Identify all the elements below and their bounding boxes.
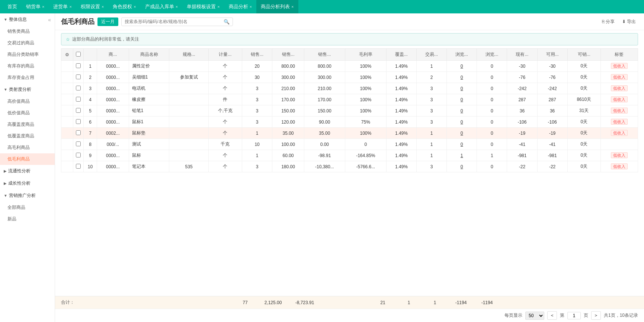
sidebar-item-high-value[interactable]: 高价值商品 — [0, 96, 55, 107]
nav-roles[interactable]: 角色授权 × — [108, 0, 140, 13]
col-header-browse1[interactable]: 浏览... — [447, 49, 477, 61]
sidebar-group-growth[interactable]: ▶ 成长性分析 — [0, 177, 55, 189]
nav-sales[interactable]: 销货单 × — [22, 0, 49, 13]
col-header-name[interactable]: 商品名称 — [129, 49, 169, 61]
col-header-available[interactable]: 可用... — [537, 49, 567, 61]
row-checkbox[interactable] — [76, 97, 81, 102]
row-checkbox[interactable] — [76, 119, 81, 124]
cell-browse1[interactable]: 0 — [447, 117, 477, 128]
col-header-trade[interactable]: 交易... — [417, 49, 447, 61]
browse1-link[interactable]: 0 — [461, 131, 463, 136]
page-input[interactable] — [567, 312, 581, 319]
col-header-browse2[interactable]: 浏览... — [477, 49, 507, 61]
nav-goods-analysis-close[interactable]: × — [250, 4, 252, 9]
sidebar-item-low-coverage[interactable]: 低覆盖度商品 — [0, 130, 55, 142]
browse1-link[interactable]: 0 — [461, 142, 463, 147]
cell-check[interactable] — [73, 72, 84, 83]
sidebar-item-sales-goods[interactable]: 销售类商品 — [0, 26, 55, 37]
export-button[interactable]: ⬇ 导出 — [620, 17, 638, 26]
browse1-link[interactable]: 0 — [461, 64, 463, 69]
row-checkbox[interactable] — [76, 74, 81, 79]
nav-products-close[interactable]: × — [176, 4, 178, 9]
sidebar-group-marketing[interactable]: ▼ 营销推广分析 — [0, 189, 55, 202]
nav-purchase-close[interactable]: × — [69, 4, 71, 9]
prev-page-button[interactable]: ＜ — [547, 311, 557, 320]
sidebar-item-category-rate[interactable]: 商品分类助销率 — [0, 49, 55, 60]
browse1-link[interactable]: 0 — [461, 86, 463, 91]
nav-sales-close[interactable]: × — [42, 4, 44, 9]
sidebar-item-high-coverage[interactable]: 高覆盖度商品 — [0, 119, 55, 130]
nav-permissions-close[interactable]: × — [102, 4, 104, 9]
row-checkbox[interactable] — [76, 130, 81, 135]
nav-templates[interactable]: 单据模板设置 × — [182, 0, 224, 13]
per-page-select[interactable]: 50 100 200 — [525, 312, 544, 320]
next-page-button[interactable]: ＞ — [591, 311, 601, 320]
row-checkbox[interactable] — [76, 86, 81, 90]
sidebar-item-high-margin[interactable]: 高毛利商品 — [0, 142, 55, 153]
sidebar-item-new-goods[interactable]: 新品 — [0, 213, 55, 225]
sidebar-group-circulation[interactable]: ▶ 流通性分析 — [0, 165, 55, 177]
sidebar-item-low-margin[interactable]: 低毛利商品 — [0, 153, 55, 165]
cell-browse1[interactable]: 0 — [447, 139, 477, 150]
col-header-current[interactable]: 现有... — [507, 49, 537, 61]
col-header-spec[interactable]: 规格... — [169, 49, 208, 61]
nav-goods-analysis[interactable]: 商品分析 × — [224, 0, 256, 13]
nav-purchase[interactable]: 进货单 × — [49, 0, 76, 13]
share-button[interactable]: ⎘ 分享 — [600, 17, 617, 26]
col-header-sales-qty[interactable]: 销售... — [242, 49, 272, 61]
search-input[interactable] — [125, 19, 224, 24]
cell-check[interactable] — [73, 139, 84, 150]
cell-browse1[interactable]: 1 — [447, 150, 477, 161]
cell-check[interactable] — [73, 128, 84, 139]
sidebar-item-traded-goods[interactable]: 交易过的商品 — [0, 37, 55, 49]
browse1-link[interactable]: 0 — [461, 97, 463, 102]
nav-permissions[interactable]: 权限设置 × — [76, 0, 108, 13]
col-header-tag[interactable]: 标签 — [600, 49, 638, 61]
browse1-link[interactable]: 0 — [461, 75, 463, 80]
browse1-link[interactable]: 0 — [461, 119, 463, 125]
row-checkbox[interactable] — [76, 108, 81, 113]
nav-home[interactable]: 首页 — [3, 0, 22, 13]
nav-roles-close[interactable]: × — [134, 4, 136, 9]
sidebar-group-category-analysis[interactable]: ▼ 类射度分析 — [0, 83, 55, 96]
cell-browse1[interactable]: 0 — [447, 83, 477, 94]
select-all-checkbox[interactable] — [76, 52, 81, 57]
sidebar-item-stock-capital[interactable]: 库存资金占用 — [0, 72, 55, 83]
cell-browse1[interactable]: 0 — [447, 105, 477, 117]
col-header-sales-price[interactable]: 销售... — [272, 49, 304, 61]
cell-check[interactable] — [73, 150, 84, 161]
col-header-unit[interactable]: 计量... — [208, 49, 242, 61]
sidebar-item-stock-goods[interactable]: 有库存的商品 — [0, 60, 55, 72]
sidebar-group-overall[interactable]: ▼ 整体信息 « — [0, 13, 55, 26]
col-header-check[interactable] — [73, 49, 84, 61]
cell-browse1[interactable]: 0 — [447, 94, 477, 105]
row-checkbox[interactable] — [76, 164, 81, 169]
cell-browse1[interactable]: 0 — [447, 161, 477, 172]
sidebar-item-all-goods[interactable]: 全部商品 — [0, 202, 55, 213]
nav-products[interactable]: 产成品入库单 × — [141, 0, 182, 13]
cell-browse1[interactable]: 0 — [447, 72, 477, 83]
cell-check[interactable] — [73, 117, 84, 128]
cell-check[interactable] — [73, 161, 84, 172]
browse1-link[interactable]: 0 — [461, 164, 463, 169]
col-header-gross-rate[interactable]: 毛利率 — [345, 49, 386, 61]
collapse-icon[interactable]: « — [48, 17, 51, 23]
cell-check[interactable] — [73, 105, 84, 117]
col-header-sales-profit[interactable]: 销售... — [304, 49, 345, 61]
cell-browse1[interactable]: 0 — [447, 61, 477, 72]
nav-goods-analysis-list-close[interactable]: × — [291, 4, 294, 9]
col-header-cover-rate[interactable]: 覆盖... — [386, 49, 416, 61]
cell-browse1[interactable]: 0 — [447, 128, 477, 139]
nav-goods-analysis-list[interactable]: 商品分析列表 × — [256, 0, 298, 13]
browse1-link[interactable]: 0 — [461, 108, 463, 114]
nav-templates-close[interactable]: × — [217, 4, 220, 9]
browse1-link[interactable]: 1 — [461, 153, 463, 158]
sidebar-item-low-value[interactable]: 低价值商品 — [0, 107, 55, 119]
cell-check[interactable] — [73, 94, 84, 105]
date-filter-button[interactable]: 近一月 — [97, 17, 118, 26]
col-header-saleable[interactable]: 可销... — [567, 49, 600, 61]
col-header-code[interactable]: 商... — [97, 49, 129, 61]
cell-check[interactable] — [73, 61, 84, 72]
cell-check[interactable] — [73, 83, 84, 94]
row-checkbox[interactable] — [76, 153, 81, 157]
